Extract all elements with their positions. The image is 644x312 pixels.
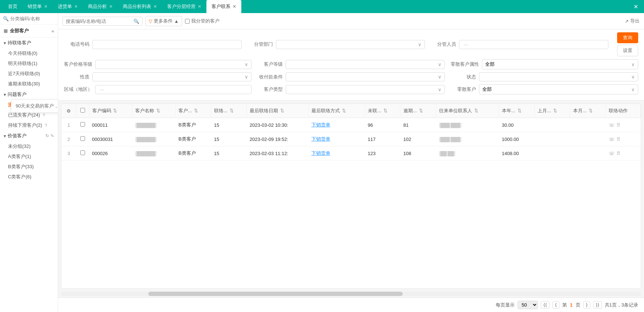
- th-name[interactable]: 客户名称 ⇅: [132, 104, 176, 118]
- tab-product-analysis-list[interactable]: 商品分析列表 ✕: [118, 0, 162, 13]
- filter-select-customer-level[interactable]: ∨: [286, 60, 445, 69]
- sidebar-item-overdue-contact[interactable]: 逾期未联络(30): [0, 79, 58, 89]
- tab-customer-contact[interactable]: 客户联系 ✕: [206, 0, 241, 13]
- row-select-checkbox[interactable]: [80, 122, 85, 127]
- filter-select-dept[interactable]: ∨: [276, 40, 425, 49]
- sidebar-item-today-contact[interactable]: 今天待联络(0): [0, 48, 58, 58]
- tab-home[interactable]: 首页: [3, 0, 23, 13]
- row-num: 1: [61, 118, 76, 132]
- window-close-button[interactable]: ✕: [631, 3, 641, 10]
- next-page-button[interactable]: ⟩: [583, 301, 590, 309]
- scrollbar-thumb[interactable]: [148, 292, 403, 296]
- sidebar-item-class-a[interactable]: A类客户(1): [0, 151, 58, 162]
- th-checkbox[interactable]: [76, 104, 89, 118]
- row-customer-type: B类客户: [176, 118, 211, 132]
- filter-select-price-level[interactable]: ∨: [95, 60, 251, 69]
- sidebar-item-unclassified[interactable]: 未分组(32): [0, 141, 58, 151]
- close-icon[interactable]: ✕: [44, 4, 48, 9]
- last-page-button[interactable]: ⟩⟩: [593, 301, 602, 309]
- th-customer-type[interactable]: 客户... ⇅: [176, 104, 211, 118]
- filter-select-customer-type[interactable]: ∨: [286, 85, 445, 94]
- row-checkbox[interactable]: [76, 132, 89, 146]
- row-checkbox[interactable]: [76, 146, 89, 161]
- horizontal-scrollbar[interactable]: [61, 292, 641, 296]
- sidebar-section-problem-customers[interactable]: ▾ 问题客户: [0, 89, 58, 100]
- more-actions-icon[interactable]: ⠿: [617, 151, 620, 156]
- row-select-checkbox[interactable]: [80, 136, 85, 141]
- th-contact-count[interactable]: 联络... ⇅: [211, 104, 247, 118]
- filter-search-input[interactable]: [66, 19, 132, 24]
- close-icon[interactable]: ✕: [233, 4, 236, 9]
- more-actions-icon[interactable]: ⠿: [617, 137, 620, 142]
- filter-select-status[interactable]: ∨: [479, 72, 638, 81]
- filter-select-retail-customer[interactable]: 全部 ∨: [479, 84, 638, 94]
- ellipsis-icon[interactable]: ···: [100, 87, 104, 92]
- search-icon[interactable]: 🔍: [133, 19, 139, 24]
- sidebar-section-pending-contact[interactable]: ▾ 待联络客户: [0, 37, 58, 48]
- sidebar-item-class-c[interactable]: C类客户(6): [0, 172, 58, 182]
- th-this-month[interactable]: 本月... ⇅: [570, 104, 606, 118]
- contact-icon[interactable]: ☏: [609, 122, 615, 128]
- contact-icon[interactable]: ☏: [609, 151, 615, 156]
- sidebar-item-declining[interactable]: 持续下滑客户(2) ?: [0, 120, 58, 130]
- th-overdue[interactable]: 逾期... ⇅: [401, 104, 436, 118]
- row-contact-count: 15: [211, 132, 247, 146]
- close-icon[interactable]: ✕: [109, 4, 113, 9]
- chevron-left-icon[interactable]: «: [52, 28, 54, 34]
- th-settings[interactable]: ⚙: [61, 104, 76, 118]
- contact-method-link[interactable]: 下销货单: [311, 150, 330, 156]
- contact-icon[interactable]: ☏: [609, 137, 615, 142]
- filter-select-person[interactable]: ···: [459, 40, 608, 49]
- sidebar-item-7days-contact[interactable]: 近7天待联络(0): [0, 69, 58, 79]
- ellipsis-icon[interactable]: ···: [464, 42, 468, 47]
- close-icon[interactable]: ✕: [198, 4, 201, 9]
- my-customers-checkbox[interactable]: 我分管的客户: [185, 18, 220, 24]
- my-customers-check[interactable]: [185, 19, 190, 24]
- tab-sales-order[interactable]: 销货单 ✕: [23, 0, 53, 13]
- more-conditions-button[interactable]: ▽ 更多条件 ▲: [145, 16, 182, 26]
- filter-select-region[interactable]: ···: [95, 85, 251, 94]
- export-button[interactable]: ↗ 导出: [625, 18, 640, 24]
- row-actions: ☏ ⠿: [606, 132, 641, 146]
- filter-select-retail-attr[interactable]: 全部 ∨: [482, 59, 638, 69]
- filter-select-payment[interactable]: ∨: [286, 72, 445, 81]
- filter-search-box[interactable]: 🔍: [63, 17, 142, 26]
- row-overdue: 102: [401, 132, 436, 146]
- row-checkbox[interactable]: [76, 118, 89, 132]
- refresh-icon[interactable]: ↻: [45, 133, 49, 138]
- query-button[interactable]: 查询: [617, 32, 638, 43]
- edit-icon[interactable]: ✎: [51, 133, 54, 138]
- sidebar-search-input[interactable]: [10, 16, 55, 21]
- th-last-contact-date[interactable]: 最后联络日期 ⇅: [247, 104, 309, 118]
- contact-method-link[interactable]: 下销货单: [311, 136, 330, 142]
- select-all-checkbox[interactable]: [80, 108, 85, 113]
- sidebar-section-value-customers[interactable]: ▾ 价值客户 ↻ ✎: [0, 130, 58, 141]
- row-this-month: [570, 118, 606, 132]
- contact-method-link[interactable]: 下销货单: [311, 122, 330, 127]
- sidebar-item-tomorrow-contact[interactable]: 明天待联络(1): [0, 58, 58, 69]
- filter-input-phone[interactable]: [92, 40, 242, 49]
- th-contacts[interactable]: 往来单位联系人 ⇅: [436, 104, 499, 118]
- prev-page-button[interactable]: ⟨: [552, 301, 559, 309]
- close-icon[interactable]: ✕: [74, 4, 78, 9]
- tab-customer-segmentation[interactable]: 客户分层经营 ✕: [162, 0, 206, 13]
- per-page-select[interactable]: 50 100: [518, 301, 538, 309]
- row-last-contact-method: 下销货单: [309, 146, 365, 161]
- sidebar-all-customers[interactable]: ⊞ 全部客户 «: [0, 25, 58, 37]
- sidebar-search-box[interactable]: 🔍: [0, 13, 58, 25]
- sidebar-item-class-b[interactable]: B类客户(33): [0, 162, 58, 172]
- th-uncontacted[interactable]: 未联... ⇅: [365, 104, 401, 118]
- th-last-month[interactable]: 上月... ⇅: [535, 104, 570, 118]
- th-last-contact-method[interactable]: 最后联络方式 ⇅: [309, 104, 365, 118]
- th-this-year[interactable]: 本年... ⇅: [499, 104, 535, 118]
- row-select-checkbox[interactable]: [80, 150, 85, 155]
- tab-product-analysis[interactable]: 商品分析 ✕: [83, 0, 118, 13]
- more-actions-icon[interactable]: ⠿: [617, 122, 620, 128]
- settings-button[interactable]: 设置: [617, 45, 638, 56]
- th-code[interactable]: 客户编码 ⇅: [89, 104, 132, 118]
- filter-select-gender[interactable]: ∨: [92, 72, 251, 81]
- close-icon[interactable]: ✕: [153, 4, 157, 9]
- filter-row-4: 区域（地区） ··· 客户类型 ∨ 零散客户 全部 ∨: [64, 84, 638, 94]
- first-page-button[interactable]: ⟨⟨: [541, 301, 550, 309]
- tab-purchase-order[interactable]: 进货单 ✕: [53, 0, 83, 13]
